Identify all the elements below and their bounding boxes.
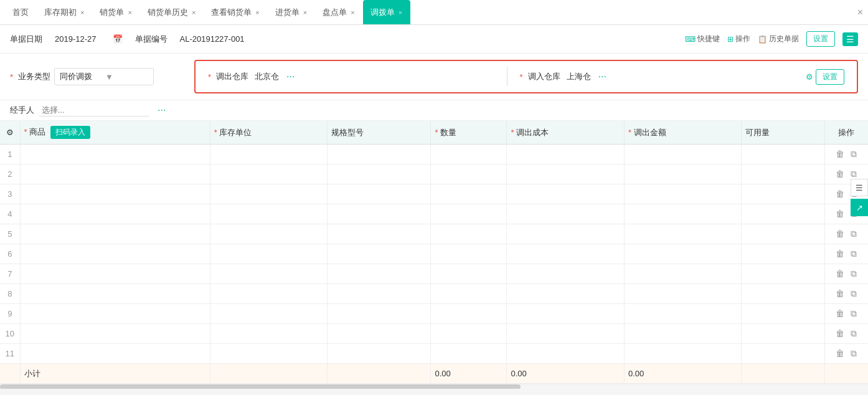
- cell-qty[interactable]: [431, 164, 507, 184]
- cell-unit[interactable]: [210, 324, 327, 344]
- tab-home[interactable]: 首页: [5, 0, 37, 24]
- cell-unit[interactable]: [210, 244, 327, 264]
- person-more-btn[interactable]: ···: [158, 105, 166, 116]
- cell-cost[interactable]: [507, 264, 624, 284]
- float-list-btn[interactable]: ☰: [851, 179, 868, 196]
- cell-unit[interactable]: [210, 304, 327, 324]
- barcode-input-btn[interactable]: 扫码录入: [50, 126, 90, 139]
- cell-amount[interactable]: [624, 264, 741, 284]
- cell-cost[interactable]: [507, 204, 624, 224]
- cell-qty[interactable]: [431, 204, 507, 224]
- cell-product[interactable]: [20, 344, 210, 364]
- copy-icon[interactable]: ⧉: [851, 269, 857, 278]
- cell-unit[interactable]: [210, 344, 327, 364]
- tab-sales-history[interactable]: 销货单历史 ×: [140, 0, 204, 24]
- cell-amount[interactable]: [624, 224, 741, 244]
- scrollbar-thumb[interactable]: [0, 384, 521, 389]
- cell-product[interactable]: [20, 164, 210, 184]
- cell-amount[interactable]: [624, 204, 741, 224]
- cell-unit[interactable]: [210, 264, 327, 284]
- cell-product[interactable]: [20, 284, 210, 304]
- cell-unit[interactable]: [210, 224, 327, 244]
- cell-product[interactable]: [20, 145, 210, 164]
- copy-icon[interactable]: ⧉: [851, 328, 857, 338]
- warehouse-settings-button[interactable]: 设置: [816, 69, 844, 85]
- cell-spec[interactable]: [328, 164, 431, 184]
- cell-unit[interactable]: [210, 145, 327, 164]
- copy-icon[interactable]: ⧉: [851, 308, 857, 318]
- close-purchase[interactable]: ×: [303, 9, 307, 16]
- cell-spec[interactable]: [328, 264, 431, 284]
- gear-icon[interactable]: ⚙: [806, 72, 813, 82]
- tab-purchase[interactable]: 进货单 ×: [268, 0, 315, 24]
- cell-available[interactable]: [742, 264, 824, 284]
- delete-icon[interactable]: 🗑: [836, 288, 844, 298]
- cell-amount[interactable]: [624, 145, 741, 164]
- cell-available[interactable]: [742, 344, 824, 364]
- delete-icon[interactable]: 🗑: [836, 328, 844, 338]
- delete-icon[interactable]: 🗑: [836, 229, 844, 239]
- cell-cost[interactable]: [507, 324, 624, 344]
- cell-amount[interactable]: [624, 324, 741, 344]
- close-transfer[interactable]: ×: [399, 9, 402, 16]
- cell-spec[interactable]: [328, 204, 431, 224]
- copy-icon[interactable]: ⧉: [851, 229, 857, 239]
- delete-icon[interactable]: 🗑: [836, 169, 844, 179]
- copy-icon[interactable]: ⧉: [851, 288, 857, 298]
- cell-unit[interactable]: [210, 164, 327, 184]
- cell-available[interactable]: [742, 284, 824, 304]
- tab-inventory[interactable]: 盘点单 ×: [315, 0, 362, 24]
- cell-available[interactable]: [742, 304, 824, 324]
- cell-spec[interactable]: [328, 184, 431, 204]
- delete-icon[interactable]: 🗑: [836, 269, 844, 278]
- close-view-sales[interactable]: ×: [255, 9, 259, 16]
- scrollbar[interactable]: [0, 384, 868, 389]
- cell-unit[interactable]: [210, 204, 327, 224]
- cell-cost[interactable]: [507, 145, 624, 164]
- cell-qty[interactable]: [431, 145, 507, 164]
- cell-qty[interactable]: [431, 324, 507, 344]
- delete-icon[interactable]: 🗑: [836, 308, 844, 318]
- cell-cost[interactable]: [507, 224, 624, 244]
- transfer-out-more-btn[interactable]: ···: [286, 71, 295, 82]
- cell-spec[interactable]: [328, 224, 431, 244]
- close-sales-order[interactable]: ×: [128, 9, 131, 16]
- cell-amount[interactable]: [624, 164, 741, 184]
- cell-unit[interactable]: [210, 184, 327, 204]
- cell-qty[interactable]: [431, 184, 507, 204]
- close-inventory[interactable]: ×: [351, 9, 354, 16]
- layout-button[interactable]: ☰: [842, 32, 858, 46]
- cell-available[interactable]: [742, 184, 824, 204]
- col-settings[interactable]: ⚙: [0, 121, 20, 145]
- cell-spec[interactable]: [328, 244, 431, 264]
- close-window-button[interactable]: ×: [857, 7, 863, 18]
- history-btn[interactable]: 📋 历史单据: [758, 34, 799, 44]
- cell-spec[interactable]: [328, 304, 431, 324]
- copy-icon[interactable]: ⧉: [851, 169, 857, 179]
- cell-available[interactable]: [742, 204, 824, 224]
- cell-spec[interactable]: [328, 145, 431, 164]
- cell-cost[interactable]: [507, 184, 624, 204]
- cell-product[interactable]: [20, 224, 210, 244]
- copy-icon[interactable]: ⧉: [851, 149, 857, 159]
- tab-view-sales[interactable]: 查看销货单 ×: [204, 0, 267, 24]
- cell-product[interactable]: [20, 304, 210, 324]
- cell-spec[interactable]: [328, 324, 431, 344]
- tab-sales-order[interactable]: 销货单 ×: [92, 0, 139, 24]
- cell-product[interactable]: [20, 264, 210, 284]
- cell-amount[interactable]: [624, 184, 741, 204]
- shortcuts-btn[interactable]: ⌨ 快捷键: [685, 34, 720, 44]
- cell-product[interactable]: [20, 204, 210, 224]
- cell-amount[interactable]: [624, 244, 741, 264]
- table-gear-icon[interactable]: ⚙: [6, 128, 14, 137]
- cell-available[interactable]: [742, 224, 824, 244]
- business-type-select[interactable]: 同价调拨 ▼: [54, 68, 154, 85]
- float-expand-btn[interactable]: ↗: [851, 199, 868, 216]
- cell-qty[interactable]: [431, 264, 507, 284]
- tab-stock-init[interactable]: 库存期初 ×: [37, 0, 92, 24]
- cell-available[interactable]: [742, 145, 824, 164]
- cell-available[interactable]: [742, 324, 824, 344]
- cell-amount[interactable]: [624, 304, 741, 324]
- cell-cost[interactable]: [507, 304, 624, 324]
- tab-transfer[interactable]: 调拨单 ×: [363, 0, 410, 24]
